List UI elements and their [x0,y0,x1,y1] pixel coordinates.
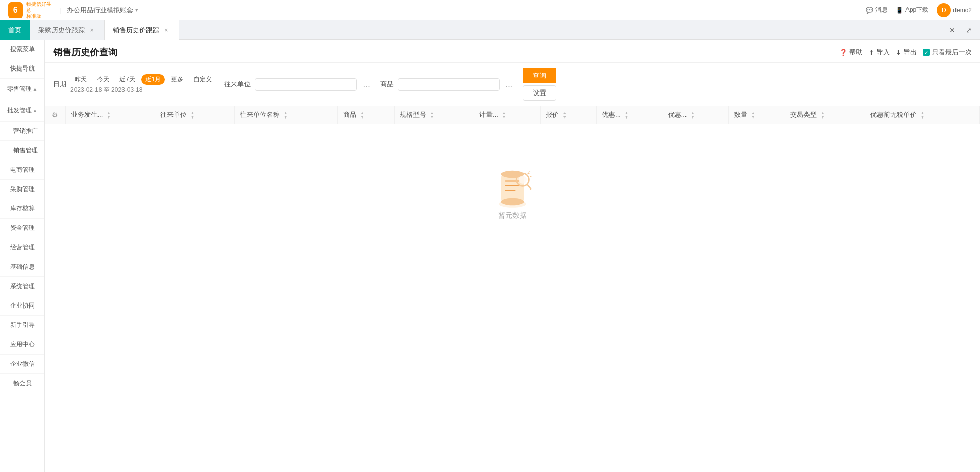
import-button[interactable]: ⬆ 导入 [869,48,890,57]
only-last-checkbox-icon: ✓ [923,49,930,56]
workspace-dropdown-icon: ▾ [135,7,138,13]
sort-partner-code: ▲▼ [191,111,195,120]
svg-point-10 [528,172,530,174]
sidebar-item-wholesale-mgmt[interactable]: 批发管理 ▲ [0,100,44,122]
product-filter-dots: ... [504,80,514,89]
sidebar-label-app-center: 应用中心 [10,340,35,349]
col-quote[interactable]: 报价 ▲▼ [540,106,596,124]
sidebar-item-operations-mgmt[interactable]: 经营管理 [0,238,44,257]
date-chip-last1month[interactable]: 近1月 [141,74,165,85]
empty-state: 暂元数据 [45,124,980,261]
user-menu[interactable]: D demo2 [937,3,972,17]
date-chip-yesterday[interactable]: 昨天 [70,74,91,85]
col-settings[interactable]: ⚙ [45,106,65,124]
main-layout: 搜索菜单 快捷导航 零售管理 ▲ 批发管理 ▲ 营销推广 销售管理 电商管理 采… [0,40,980,472]
date-chip-custom[interactable]: 自定义 [189,74,216,85]
sort-partner-name: ▲▼ [284,111,288,120]
workspace-title[interactable]: 办公用品行业模拟账套 ▾ [67,6,138,15]
col-spec[interactable]: 规格型号 ▲▼ [394,106,474,124]
sidebar-item-inventory-check[interactable]: 库存核算 [0,199,44,219]
app-download-button[interactable]: 📱 App下载 [896,6,928,14]
tab-bar: 首页 采购历史价跟踪 × 销售历史价跟踪 × ✕ ⤢ [0,20,980,40]
product-filter-label: 商品 [380,80,394,89]
sort-unit: ▲▼ [502,111,506,120]
sidebar-item-marketing[interactable]: 营销推广 [0,122,44,141]
filter-bar: 日期 昨天 今天 近7天 近1月 更多 自定义 2023-02-18 至 202… [45,63,980,106]
col-partner-code[interactable]: 往来单位 ▲▼ [155,106,234,124]
sidebar-label-retail-mgmt: 零售管理 [7,85,32,93]
export-icon: ⬇ [896,49,901,56]
table-head: ⚙ 业务发生... ▲▼ 往来单位 ▲▼ 往来单位名称 ▲▼ [45,106,980,124]
partner-filter-label: 往来单位 [224,80,251,89]
col-partner-name[interactable]: 往来单位名称 ▲▼ [235,106,338,124]
data-table: ⚙ 业务发生... ▲▼ 往来单位 ▲▼ 往来单位名称 ▲▼ [45,106,980,124]
col-unit[interactable]: 计量... ▲▼ [474,106,541,124]
svg-point-8 [519,176,527,184]
col-pretax-price[interactable]: 优惠前无税单价 ▲▼ [865,106,979,124]
tab-sales-close[interactable]: × [162,26,170,34]
settings-button[interactable]: 设置 [523,85,556,101]
sort-pretax-price: ▲▼ [920,111,924,120]
col-product[interactable]: 商品 ▲▼ [338,106,394,124]
page-actions: ❓ 帮助 ⬆ 导入 ⬇ 导出 ✓ 只看最后一次 [839,48,972,57]
sidebar-item-basic-info[interactable]: 基础信息 [0,257,44,277]
svg-point-11 [530,176,532,177]
sidebar-label-wholesale-mgmt: 批发管理 [7,106,32,115]
col-trade-type[interactable]: 交易类型 ▲▼ [785,106,865,124]
date-chip-more[interactable]: 更多 [167,74,187,85]
top-header: 6 畅捷信好生意 标准版 | 办公用品行业模拟账套 ▾ 💬 消息 📱 App下载… [0,0,980,20]
partner-filter-input[interactable] [255,78,357,91]
sidebar-item-ecommerce-mgmt[interactable]: 电商管理 [0,160,44,180]
col-discount1[interactable]: 优惠... ▲▼ [597,106,663,124]
export-button[interactable]: ⬇ 导出 [896,48,917,57]
close-tab-btn[interactable]: ✕ [945,23,960,37]
sidebar-item-search-menu[interactable]: 搜索菜单 [0,40,44,59]
sidebar-item-finance-mgmt[interactable]: 资金管理 [0,219,44,238]
only-last-checkbox-label[interactable]: ✓ 只看最后一次 [923,48,972,57]
table-wrapper: ⚙ 业务发生... ▲▼ 往来单位 ▲▼ 往来单位名称 ▲▼ [45,106,980,261]
tab-bar-actions: ✕ ⤢ [945,23,980,37]
logo-char: 6 [13,6,18,15]
sidebar-label-marketing: 营销推广 [13,127,38,135]
tab-sales-history[interactable]: 销售历史价跟踪 × [105,20,179,40]
query-button[interactable]: 查询 [523,68,556,83]
header-left: 6 畅捷信好生意 标准版 | 办公用品行业模拟账套 ▾ [8,1,138,19]
breadcrumb-divider: | [59,6,61,14]
download-icon: 📱 [896,7,903,14]
sidebar-item-retail-mgmt[interactable]: 零售管理 ▲ [0,79,44,100]
message-button[interactable]: 💬 消息 [866,6,888,14]
svg-point-3 [501,198,524,205]
product-filter-input[interactable] [398,78,500,91]
col-quantity[interactable]: 数量 ▲▼ [729,106,785,124]
svg-line-9 [527,184,531,189]
help-button[interactable]: ❓ 帮助 [839,48,863,57]
sidebar-item-member[interactable]: 畅会员 [0,374,44,393]
sidebar-label-operations: 经营管理 [10,243,35,252]
date-chip-today[interactable]: 今天 [93,74,113,85]
sidebar-item-purchase-mgmt[interactable]: 采购管理 [0,180,44,199]
date-chip-last7days[interactable]: 近7天 [115,74,139,85]
tab-home[interactable]: 首页 [0,20,30,40]
svg-point-12 [529,171,530,172]
date-range-text: 2023-02-18 至 2023-03-18 [70,86,216,95]
retail-mgmt-chevron: ▲ [33,86,38,92]
partner-filter-dots: ... [361,80,372,89]
tab-purchase-history[interactable]: 采购历史价跟踪 × [30,20,105,40]
sidebar-label-ecommerce: 电商管理 [10,166,35,174]
table-header-row: ⚙ 业务发生... ▲▼ 往来单位 ▲▼ 往来单位名称 ▲▼ [45,106,980,124]
sidebar-item-enterprise-coop[interactable]: 企业协同 [0,296,44,316]
maximize-tab-btn[interactable]: ⤢ [962,23,976,37]
tab-purchase-close[interactable]: × [88,26,96,34]
sidebar-item-enterprise-wechat[interactable]: 企业微信 [0,355,44,374]
col-settings-icon[interactable]: ⚙ [52,111,58,119]
sidebar-item-system-mgmt[interactable]: 系统管理 [0,277,44,296]
col-biz-date[interactable]: 业务发生... ▲▼ [65,106,155,124]
sidebar-label-sales-mgmt: 销售管理 [13,146,38,155]
sidebar-item-sales-mgmt[interactable]: 销售管理 [0,141,44,160]
sidebar-item-quick-nav[interactable]: 快捷导航 [0,59,44,79]
col-discount2[interactable]: 优惠... ▲▼ [663,106,729,124]
tab-purchase-label: 采购历史价跟踪 [38,26,85,35]
sidebar-item-app-center[interactable]: 应用中心 [0,335,44,355]
sidebar-item-new-user-guide[interactable]: 新手引导 [0,316,44,335]
page-title: 销售历史价查询 [53,46,117,58]
